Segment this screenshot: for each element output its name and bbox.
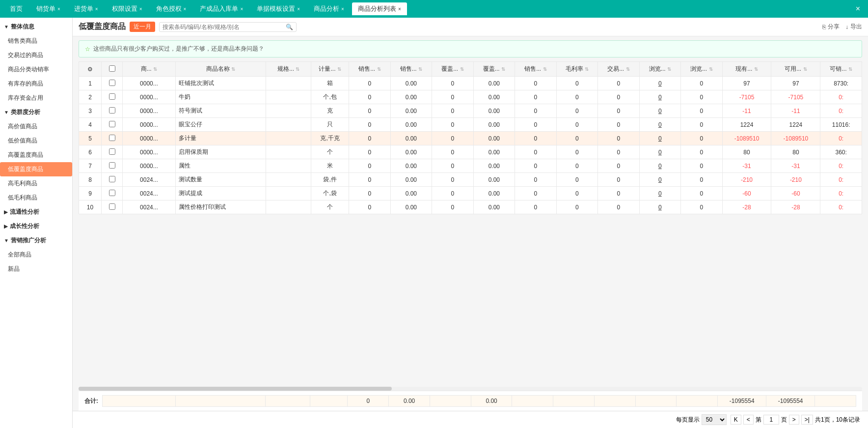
tab-finished-goods[interactable]: 产成品入库单 × [194,2,249,15]
row-select-checkbox[interactable] [109,107,115,114]
sidebar-item-sales-products[interactable]: 销售类商品 [0,34,72,48]
page-number-input[interactable] [763,415,779,425]
close-all-tabs[interactable]: × [852,2,864,15]
page-size-select[interactable]: 50 100 200 [702,414,727,425]
row-name[interactable]: 属性价格打印测试 [175,200,266,214]
row-name[interactable]: 启用保质期 [175,145,266,159]
tab-purchase-order[interactable]: 进货单 × [68,2,104,15]
sidebar-group-marketing[interactable]: ▼ 营销推广分析 [0,233,72,248]
sidebar-item-high-value[interactable]: 高价值商品 [0,119,72,134]
close-icon[interactable]: × [341,6,344,12]
row-checkbox[interactable] [102,104,123,118]
row-checkbox[interactable] [102,118,123,132]
first-page-button[interactable]: K [731,415,741,425]
row-checkbox[interactable] [102,159,123,173]
row-checkbox[interactable] [102,173,123,187]
row-browse1[interactable]: 0 [639,173,681,187]
row-name[interactable]: 多计量 [175,132,266,145]
horizontal-scrollbar[interactable] [79,387,862,391]
col-sales-amt[interactable]: 销售... ⇅ [390,62,432,77]
row-select-checkbox[interactable] [109,135,115,141]
row-browse1[interactable]: 0 [639,132,681,145]
row-select-checkbox[interactable] [109,148,115,155]
row-select-checkbox[interactable] [109,162,115,169]
tab-role-auth[interactable]: 角色授权 × [150,2,192,15]
sidebar-item-high-margin[interactable]: 高毛利商品 [0,176,72,191]
row-checkbox[interactable] [102,132,123,145]
sidebar-item-low-value[interactable]: 低价值商品 [0,134,72,148]
row-select-checkbox[interactable] [109,190,115,196]
row-checkbox[interactable] [102,90,123,104]
share-button[interactable]: ⎘ 分享 [822,23,840,31]
close-icon[interactable]: × [95,6,98,12]
row-browse1[interactable]: 0 [639,90,681,104]
sidebar-item-all-products[interactable]: 全部商品 [0,248,72,262]
tab-sales-order[interactable]: 销货单 × [30,2,66,15]
row-select-checkbox[interactable] [109,93,115,100]
col-sales-days[interactable]: 销售... ⇅ [515,62,557,77]
sidebar-group-cluster[interactable]: ▼ 类群度分析 [0,105,72,119]
row-browse1[interactable]: 0 [639,200,681,214]
row-browse1[interactable]: 0 [639,118,681,132]
close-icon[interactable]: × [240,6,243,12]
sidebar-item-traded-products[interactable]: 交易过的商品 [0,48,72,62]
row-name[interactable]: 旺铺批次测试 [175,77,266,90]
row-name[interactable]: 眼宝公仔 [175,118,266,132]
tab-product-analysis-list[interactable]: 商品分析列表 × [352,2,407,15]
close-icon[interactable]: × [184,6,187,12]
close-icon[interactable]: × [57,6,60,12]
col-sales-qty[interactable]: 销售... ⇅ [349,62,391,77]
sidebar-group-overall[interactable]: ▼ 整体信息 [0,20,72,34]
row-name[interactable]: 符号测试 [175,104,266,118]
row-name[interactable]: 属性 [175,159,266,173]
sidebar-group-growth[interactable]: ▶ 成长性分析 [0,219,72,233]
col-code[interactable]: 商... ⇅ [123,62,176,77]
row-browse1[interactable]: 0 [639,77,681,90]
row-checkbox[interactable] [102,200,123,214]
close-icon[interactable]: × [297,6,300,12]
col-available[interactable]: 可用... ⇅ [771,62,820,77]
search-input[interactable] [163,24,286,30]
col-settings[interactable]: ⚙ [79,62,102,77]
export-button[interactable]: ↓ 导出 [845,23,862,31]
row-checkbox[interactable] [102,77,123,90]
col-sellable[interactable]: 可销... ⇅ [820,62,862,77]
row-name[interactable]: 测试提成 [175,187,266,200]
col-browse2[interactable]: 浏览... ⇅ [681,62,723,77]
row-select-checkbox[interactable] [109,80,115,86]
col-coverage1[interactable]: 覆盖... ⇅ [432,62,474,77]
select-all-checkbox[interactable] [109,65,115,72]
next-page-button[interactable]: > [789,415,799,425]
sidebar-item-high-coverage[interactable]: 高覆盖度商品 [0,148,72,162]
tab-home[interactable]: 首页 [4,2,28,15]
row-select-checkbox[interactable] [109,203,115,210]
close-icon[interactable]: × [139,6,142,12]
col-spec[interactable]: 规格... ⇅ [266,62,311,77]
row-checkbox[interactable] [102,145,123,159]
row-browse1[interactable]: 0 [639,145,681,159]
col-name[interactable]: 商品名称 ⇅ [175,62,266,77]
last-page-button[interactable]: >| [801,415,813,425]
col-current-stock[interactable]: 现有... ⇅ [722,62,771,77]
tab-template-settings[interactable]: 单据模板设置 × [251,2,306,15]
col-coverage2[interactable]: 覆盖... ⇅ [473,62,515,77]
sidebar-item-low-coverage[interactable]: 低覆盖度商品 [0,162,72,176]
sidebar-item-in-stock-products[interactable]: 有库存的商品 [0,77,72,91]
sidebar-item-category-sales-rate[interactable]: 商品分类动销率 [0,62,72,77]
scrollbar-thumb[interactable] [79,387,392,391]
row-name[interactable]: 牛奶 [175,90,266,104]
sidebar-item-new-products[interactable]: 新品 [0,262,72,276]
row-browse1[interactable]: 0 [639,187,681,200]
col-browse1[interactable]: 浏览... ⇅ [639,62,681,77]
row-select-checkbox[interactable] [109,176,115,182]
sidebar-group-circulation[interactable]: ▶ 流通性分析 [0,205,72,219]
col-unit[interactable]: 计量... ⇅ [311,62,349,77]
col-checkbox[interactable] [102,62,123,77]
row-browse1[interactable]: 0 [639,104,681,118]
row-name[interactable]: 测试数量 [175,173,266,187]
sidebar-item-low-margin[interactable]: 低毛利商品 [0,191,72,205]
row-browse1[interactable]: 0 [639,159,681,173]
close-icon[interactable]: × [398,6,401,12]
row-checkbox[interactable] [102,187,123,200]
search-icon[interactable]: 🔍 [286,24,293,30]
